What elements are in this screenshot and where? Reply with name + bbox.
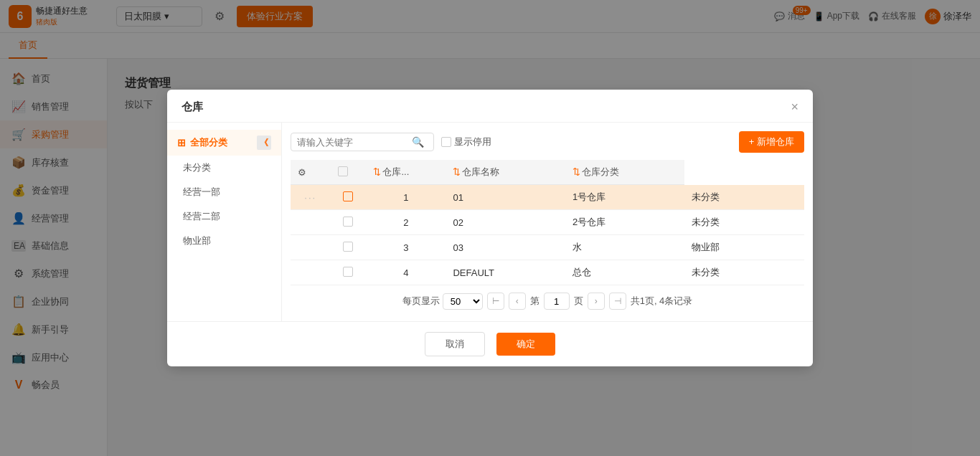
row-code: DEFAULT [446, 260, 565, 285]
collapse-button[interactable]: 《 [257, 136, 271, 150]
category-item-dept2[interactable]: 经营二部 [167, 204, 281, 229]
category-label: 物业部 [183, 235, 211, 246]
th-settings: ⚙ [291, 160, 331, 185]
modal-title: 仓库 [182, 100, 203, 114]
modal-footer: 取消 确定 [167, 321, 813, 366]
table-row[interactable]: 3 03 水 物业部 [291, 235, 804, 260]
warehouse-table: ⚙ ⇅仓库... ⇅仓库名称 [291, 160, 804, 285]
cancel-button[interactable]: 取消 [425, 332, 485, 356]
table-row[interactable]: ··· 1 01 1号仓库 未分类 [291, 185, 804, 210]
row-checkbox-cell [331, 210, 367, 235]
row-actions[interactable]: ··· [304, 192, 316, 203]
th-code: ⇅仓库... [366, 160, 446, 185]
row-name: 2号仓库 [565, 210, 685, 235]
table-row[interactable]: 2 02 2号仓库 未分类 [291, 210, 804, 235]
row-code: 03 [446, 235, 565, 260]
th-checkbox [331, 160, 367, 185]
row-code: 01 [446, 185, 565, 210]
row-settings: ··· [291, 185, 331, 210]
row-checkbox-cell [331, 235, 367, 260]
row-checkbox-cell [331, 260, 367, 285]
confirm-button[interactable]: 确定 [496, 333, 555, 356]
row-checkbox[interactable] [343, 242, 353, 252]
sort-icon-cat: ⇅ [573, 166, 580, 177]
per-page-select: 每页显示 50 10 20 100 [402, 293, 483, 310]
prev-page-button[interactable]: ‹ [509, 293, 526, 310]
first-page-button[interactable]: ⊢ [487, 293, 504, 310]
row-checkbox[interactable] [343, 191, 353, 201]
table-area: 🔍 显示停用 + 新增仓库 ⚙ [282, 123, 813, 321]
category-label: 经营二部 [183, 211, 220, 222]
grid-icon: ⊞ [177, 137, 186, 148]
page-input[interactable] [544, 293, 570, 310]
row-code: 02 [446, 210, 565, 235]
row-category: 未分类 [684, 210, 804, 235]
row-settings [291, 260, 331, 285]
next-page-button[interactable]: › [588, 293, 605, 310]
search-box: 🔍 [291, 133, 434, 151]
warehouse-modal: 仓库 × ⊞ 全部分类 《 未分类 经营一部 经营二部 [167, 90, 813, 366]
disabled-checkbox[interactable] [441, 137, 451, 147]
per-page-dropdown[interactable]: 50 10 20 100 [443, 293, 483, 310]
modal-close-button[interactable]: × [791, 100, 798, 115]
header-checkbox[interactable] [338, 166, 348, 176]
row-checkbox[interactable] [343, 267, 353, 277]
all-categories-label: 全部分类 [190, 136, 227, 149]
row-category: 未分类 [684, 185, 804, 210]
th-name: ⇅仓库名称 [446, 160, 565, 185]
row-checkbox[interactable] [343, 217, 353, 227]
row-name: 水 [565, 235, 685, 260]
row-settings [291, 235, 331, 260]
row-num: 3 [366, 235, 446, 260]
modal-header: 仓库 × [167, 90, 813, 123]
search-input[interactable] [297, 137, 412, 148]
show-disabled-checkbox[interactable]: 显示停用 [441, 136, 491, 148]
category-sidebar: ⊞ 全部分类 《 未分类 经营一部 经营二部 物业部 [167, 123, 282, 321]
row-category: 物业部 [684, 235, 804, 260]
table-row[interactable]: 4 DEFAULT 总仓 未分类 [291, 260, 804, 285]
page-unit: 页 [574, 295, 583, 308]
th-category: ⇅仓库分类 [565, 160, 685, 185]
per-page-label: 每页显示 [402, 295, 440, 308]
row-name: 1号仓库 [565, 185, 685, 210]
last-page-button[interactable]: ⊣ [609, 293, 626, 310]
pagination: 每页显示 50 10 20 100 ⊢ ‹ 第 页 › ⊣ [291, 285, 804, 313]
add-warehouse-button[interactable]: + 新增仓库 [739, 131, 804, 153]
category-item-dept1[interactable]: 经营一部 [167, 180, 281, 204]
row-num: 2 [366, 210, 446, 235]
sort-icon-code: ⇅ [373, 166, 381, 177]
row-category: 未分类 [684, 260, 804, 285]
row-num: 4 [366, 260, 446, 285]
table-toolbar: 🔍 显示停用 + 新增仓库 [291, 131, 804, 153]
all-categories-item[interactable]: ⊞ 全部分类 《 [167, 130, 281, 156]
category-item-unclassified[interactable]: 未分类 [167, 156, 281, 180]
category-label: 经营一部 [183, 186, 220, 197]
category-label: 未分类 [183, 162, 211, 173]
total-info: 共1页, 4条记录 [631, 295, 693, 308]
search-icon[interactable]: 🔍 [412, 136, 424, 148]
table-container: ⚙ ⇅仓库... ⇅仓库名称 [291, 160, 804, 285]
category-item-property[interactable]: 物业部 [167, 229, 281, 253]
page-label: 第 [530, 295, 540, 308]
modal-body: ⊞ 全部分类 《 未分类 经营一部 经营二部 物业部 [167, 123, 813, 321]
modal-overlay: 仓库 × ⊞ 全部分类 《 未分类 经营一部 经营二部 [0, 0, 980, 456]
row-num: 1 [366, 185, 446, 210]
sort-icon-name: ⇅ [453, 166, 461, 177]
row-checkbox-cell [331, 185, 367, 210]
row-settings [291, 210, 331, 235]
row-name: 总仓 [565, 260, 685, 285]
